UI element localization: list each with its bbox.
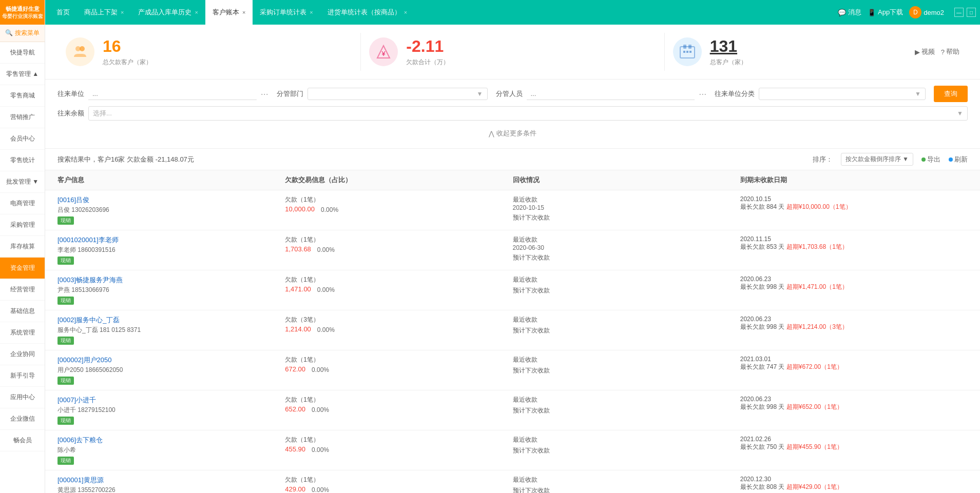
tab-close-import-stats[interactable]: × bbox=[404, 9, 407, 15]
minimize-btn[interactable]: — bbox=[954, 8, 964, 17]
due-date-2: 2020.11.15 bbox=[740, 235, 968, 243]
overdue-link-8[interactable]: 超期¥429.00（1笔） bbox=[786, 483, 843, 490]
customer-name-2[interactable]: [0001020001]李老师 bbox=[57, 235, 285, 245]
sidebar-item-marketing[interactable]: 营销推广 bbox=[0, 107, 45, 128]
sidebar-item-member2[interactable]: 畅会员 bbox=[0, 430, 45, 451]
sidebar-item-retail-stats[interactable]: 零售统计 bbox=[0, 150, 45, 171]
dept-select[interactable]: ▼ bbox=[308, 88, 488, 100]
source-unit-label: 往来单位 bbox=[57, 89, 84, 98]
sidebar-item-retail-mall[interactable]: 零售商城 bbox=[0, 85, 45, 107]
overdue-link-3[interactable]: 超期¥1,471.00（1笔） bbox=[786, 283, 848, 290]
latest-label-4: 最近收款 bbox=[513, 315, 740, 324]
source-unit-dots[interactable]: ··· bbox=[261, 89, 268, 100]
tab-import-stats[interactable]: 进货单统计表（按商品）× bbox=[320, 0, 414, 25]
debt-amount-1: 10,000.00 bbox=[285, 205, 315, 213]
cell-customer-1: [0016]吕俊 吕俊 13026203696 现销 bbox=[57, 195, 285, 225]
overdue-link-1[interactable]: 超期¥10,000.00（1笔） bbox=[786, 203, 852, 210]
sidebar-item-system[interactable]: 系统管理 bbox=[0, 322, 45, 344]
customer-phone-7: 陈小希 bbox=[57, 446, 285, 455]
stat-icon-total bbox=[673, 37, 702, 66]
tab-close-product-off[interactable]: × bbox=[121, 9, 124, 15]
cell-customer-6: [0007]小进千 小进千 18279152100 现销 bbox=[57, 396, 285, 425]
stat-label-debt: 欠款合计（万） bbox=[406, 58, 449, 67]
window-controls: — □ bbox=[954, 8, 976, 17]
person-input[interactable] bbox=[527, 88, 695, 100]
tab-purchase-stats[interactable]: 采购订单统计表 × bbox=[253, 0, 320, 25]
customer-name-4[interactable]: [0002]服务中心_丁磊 bbox=[57, 315, 285, 325]
next-label-2: 预计下次收款 bbox=[513, 253, 740, 262]
sidebar-item-app-center[interactable]: 应用中心 bbox=[0, 387, 45, 408]
tab-customer-account[interactable]: 客户账本 × bbox=[205, 0, 253, 25]
debt-count-8: 欠款（1笔） bbox=[285, 476, 512, 484]
cell-collection-4: 最近收款 预计下次收款 bbox=[513, 315, 740, 335]
cell-collection-3: 最近收款 预计下次收款 bbox=[513, 275, 740, 295]
sidebar-item-quick-nav[interactable]: 快捷导航 bbox=[0, 42, 45, 64]
sidebar-item-retail-mgmt[interactable]: 零售管理 ▲ bbox=[0, 64, 45, 85]
sidebar-item-member[interactable]: 会员中心 bbox=[0, 128, 45, 150]
sidebar-item-batch-mgmt[interactable]: 批发管理 ▼ bbox=[0, 171, 45, 193]
sidebar-item-ops[interactable]: 经营管理 bbox=[0, 279, 45, 301]
tab-product-history[interactable]: 产成品入库单历史 × bbox=[131, 0, 205, 25]
next-label-5: 预计下次收款 bbox=[513, 366, 740, 375]
filter-source-unit: 往来单位 ··· bbox=[57, 88, 268, 100]
customer-name-1[interactable]: [0016]吕俊 bbox=[57, 195, 285, 205]
sidebar-item-finance[interactable]: 资金管理 bbox=[0, 258, 45, 279]
sidebar-item-basic-info[interactable]: 基础信息 bbox=[0, 301, 45, 322]
maximize-btn[interactable]: □ bbox=[967, 8, 976, 17]
person-dots[interactable]: ··· bbox=[699, 89, 706, 100]
cell-debt-4: 欠款（3笔） 1,214.00 0.00% bbox=[285, 315, 512, 333]
tab-home[interactable]: 首页 bbox=[49, 0, 77, 25]
sidebar-item-inventory[interactable]: 库存核算 bbox=[0, 236, 45, 258]
sidebar-item-purchase[interactable]: 采购管理 bbox=[0, 214, 45, 236]
video-btn[interactable]: ▶ 视频 bbox=[915, 47, 935, 56]
cell-debt-8: 欠款（1笔） 429.00 0.00% bbox=[285, 476, 512, 493]
cell-collection-2: 最近收款 2020-06-30 预计下次收款 bbox=[513, 235, 740, 262]
tab-product-off[interactable]: 商品上下架 × bbox=[77, 0, 131, 25]
customer-tag-2: 现销 bbox=[57, 257, 74, 265]
sidebar-item-wechat[interactable]: 企业微信 bbox=[0, 408, 45, 430]
cell-collection-7: 最近收款 预计下次收款 bbox=[513, 436, 740, 455]
customer-phone-4: 服务中心_丁磊 181 0125 8371 bbox=[57, 326, 285, 334]
overdue-link-6[interactable]: 超期¥652.00（1笔） bbox=[786, 403, 843, 410]
balance-select[interactable]: 选择... ▼ bbox=[88, 106, 968, 121]
overdue-link-5[interactable]: 超期¥672.00（1笔） bbox=[786, 363, 843, 370]
tab-close-product-history[interactable]: × bbox=[195, 9, 198, 15]
stat-overdue-customers: 16 总欠款客户（家） bbox=[57, 33, 361, 71]
refresh-btn[interactable]: 刷新 bbox=[949, 155, 968, 164]
app-download-btn[interactable]: 📱 App下载 bbox=[868, 8, 903, 17]
sidebar-item-enterprise[interactable]: 企业协同 bbox=[0, 344, 45, 365]
cell-due-2: 2020.11.15 最长欠款 853 天 超期¥1,703.68（1笔） bbox=[740, 235, 968, 251]
message-btn[interactable]: 💬 消息 bbox=[838, 8, 861, 17]
customer-phone-5: 用户2050 18665062050 bbox=[57, 366, 285, 374]
sidebar-search[interactable]: 🔍 搜索菜单 bbox=[0, 25, 45, 42]
sidebar-item-ecommerce[interactable]: 电商管理 bbox=[0, 193, 45, 214]
collapse-btn[interactable]: ⋀ 收起更多条件 bbox=[485, 127, 541, 140]
sidebar-item-newbie[interactable]: 新手引导 bbox=[0, 365, 45, 387]
tab-close-customer-account[interactable]: × bbox=[242, 9, 245, 15]
due-date-3: 2020.06.23 bbox=[740, 275, 968, 283]
filter-area: 往来单位 ··· 分管部门 ▼ 分管人员 ··· 往来 bbox=[45, 80, 980, 149]
export-btn[interactable]: 导出 bbox=[921, 155, 940, 164]
overdue-link-7[interactable]: 超期¥455.90（1笔） bbox=[786, 443, 843, 450]
user-avatar[interactable]: D demo2 bbox=[909, 6, 944, 18]
tab-close-purchase-stats[interactable]: × bbox=[310, 9, 313, 15]
main-area: 首页 商品上下架 × 产成品入库单历史 × 客户账本 × 采购订单统计表 × 进… bbox=[45, 0, 980, 493]
source-unit-input[interactable] bbox=[88, 88, 257, 100]
customer-name-3[interactable]: [0003]畅捷服务尹海燕 bbox=[57, 275, 285, 285]
customer-name-8[interactable]: [000001]黄思源 bbox=[57, 476, 285, 485]
unit-category-select[interactable]: ▼ bbox=[759, 88, 926, 100]
due-date-5: 2021.03.01 bbox=[740, 356, 968, 363]
latest-label-8: 最近收款 bbox=[513, 476, 740, 484]
overdue-link-4[interactable]: 超期¥1,214.00（3笔） bbox=[786, 323, 848, 330]
result-actions: 排序： 按欠款金额倒序排序 ▼ 导出 刷新 bbox=[813, 153, 968, 166]
overdue-link-2[interactable]: 超期¥1,703.68（1笔） bbox=[786, 243, 848, 250]
latest-label-2: 最近收款 bbox=[513, 235, 740, 244]
customer-name-5[interactable]: [000002]用户2050 bbox=[57, 356, 285, 365]
sort-select[interactable]: 按欠款金额倒序排序 ▼ bbox=[841, 153, 913, 166]
table-row: [0001020001]李老师 李老师 18600391516 现销 欠款（1笔… bbox=[45, 230, 980, 270]
customer-name-7[interactable]: [0006]去下粮仓 bbox=[57, 436, 285, 445]
query-button[interactable]: 查询 bbox=[934, 86, 968, 102]
customer-name-6[interactable]: [0007]小进千 bbox=[57, 396, 285, 405]
help-btn[interactable]: ? 帮助 bbox=[941, 47, 959, 56]
svg-rect-8 bbox=[686, 51, 688, 53]
